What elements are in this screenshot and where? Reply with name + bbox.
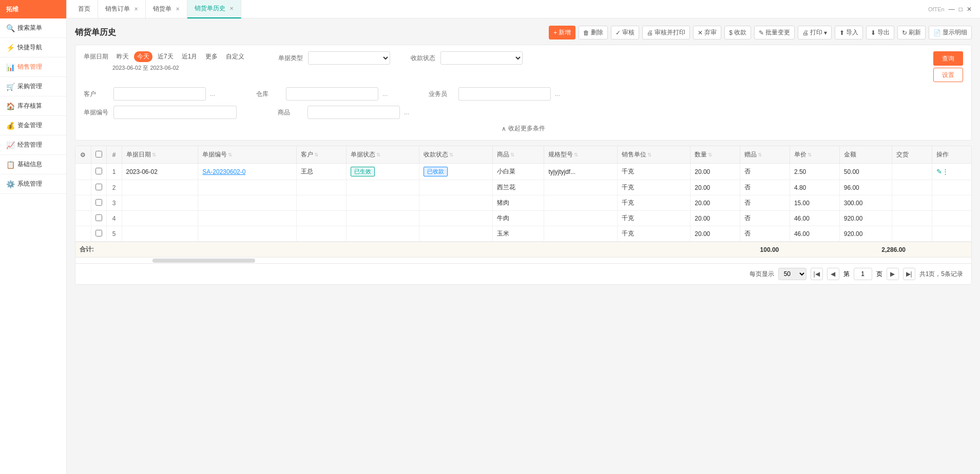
page-size-select[interactable]: 50 20 100 bbox=[778, 268, 806, 280]
tab-close-sales-goods-history[interactable]: ✕ bbox=[229, 6, 234, 11]
batch-change-button[interactable]: ✎ 批量变更 bbox=[754, 26, 795, 40]
tab-sales-goods[interactable]: 销货单 ✕ bbox=[146, 0, 187, 18]
sidebar-item-purchase-mgmt[interactable]: 🛒 采购管理 bbox=[0, 77, 66, 96]
maximize-icon[interactable]: □ bbox=[959, 6, 963, 13]
warehouse-label: 仓库 bbox=[256, 90, 282, 98]
trade-cell bbox=[892, 180, 932, 195]
goods-dots[interactable]: ... bbox=[404, 109, 409, 116]
payment-status-select[interactable] bbox=[440, 51, 523, 65]
table-docstatus-header[interactable]: 单据状态⇅ bbox=[347, 146, 419, 164]
sales-person-input[interactable] bbox=[458, 87, 551, 101]
row-checkbox-0[interactable] bbox=[95, 168, 102, 174]
refresh-button[interactable]: ↻ 刷新 bbox=[897, 26, 926, 40]
sidebar-item-finance-mgmt[interactable]: 💰 资金管理 bbox=[0, 116, 66, 135]
row-checkbox-2[interactable] bbox=[95, 199, 102, 206]
table-paymentstatus-header[interactable]: 收款状态⇅ bbox=[419, 146, 492, 164]
abandon-button[interactable]: ✕ 弃审 bbox=[693, 26, 721, 40]
table-quantity-header[interactable]: 数量⇅ bbox=[690, 146, 740, 164]
goods-input[interactable] bbox=[308, 106, 400, 119]
date-tab-today[interactable]: 今天 bbox=[134, 51, 152, 62]
trend-icon: 📈 bbox=[6, 141, 14, 149]
horizontal-scrollbar[interactable] bbox=[75, 257, 971, 263]
table-date-header[interactable]: 单据日期⇅ bbox=[122, 146, 198, 164]
last-page-button[interactable]: ▶| bbox=[903, 268, 915, 280]
audit-button[interactable]: ✓ 审核 bbox=[611, 26, 639, 40]
select-all-checkbox[interactable] bbox=[95, 151, 102, 157]
table-checkbox-header[interactable] bbox=[91, 146, 106, 164]
sidebar-item-sales-mgmt[interactable]: 📊 销售管理 bbox=[0, 57, 66, 77]
close-window-icon[interactable]: ✕ bbox=[967, 6, 972, 13]
table-docno-header[interactable]: 单据编号⇅ bbox=[198, 146, 297, 164]
goods-cell: 猪肉 bbox=[492, 195, 544, 211]
num-cell: 1 bbox=[106, 164, 122, 180]
customer-dots[interactable]: ... bbox=[210, 90, 215, 97]
unitprice-cell: 2.50 bbox=[790, 164, 839, 180]
next-page-button[interactable]: ▶ bbox=[887, 268, 899, 280]
sidebar-item-system-mgmt[interactable]: ⚙️ 系统管理 bbox=[0, 174, 66, 194]
date-tab-yesterday[interactable]: 昨天 bbox=[113, 51, 132, 62]
more-row-icon[interactable]: ⋮ bbox=[942, 168, 949, 175]
customer-input[interactable] bbox=[113, 87, 206, 101]
table-row: 12023-06-02SA-20230602-0王总已生效已收款小白菜tyjyj… bbox=[75, 164, 971, 180]
date-tab-7days[interactable]: 近7天 bbox=[155, 51, 177, 62]
delete-button[interactable]: 🗑 删除 bbox=[579, 26, 608, 40]
docno-cell bbox=[198, 195, 297, 211]
amount-cell: 50.00 bbox=[839, 164, 892, 180]
tab-close-sales-goods[interactable]: ✕ bbox=[176, 6, 180, 12]
prev-page-button[interactable]: ◀ bbox=[827, 268, 839, 280]
print-button[interactable]: 🖨 打印 ▾ bbox=[798, 26, 832, 40]
table-settings-header[interactable]: ⚙ bbox=[75, 146, 91, 164]
doc-type-select[interactable] bbox=[308, 51, 390, 65]
page-header: 销货单历史 + 新增 🗑 删除 ✓ 审核 🖨 审核并打印 bbox=[75, 26, 972, 40]
table-unitprice-header[interactable]: 单价⇅ bbox=[790, 146, 839, 164]
set-button[interactable]: 设置 bbox=[933, 68, 963, 82]
row-checkbox-3[interactable] bbox=[95, 214, 102, 221]
tab-close-sales-order[interactable]: ✕ bbox=[134, 6, 138, 12]
query-button[interactable]: 查询 bbox=[933, 51, 963, 66]
first-page-button[interactable]: |◀ bbox=[811, 268, 823, 280]
warehouse-input[interactable] bbox=[286, 87, 378, 101]
page-number-input[interactable] bbox=[854, 268, 872, 280]
import-button[interactable]: ⬆ 导入 bbox=[835, 26, 863, 40]
edit-row-icon[interactable]: ✎ bbox=[936, 168, 942, 175]
export-button[interactable]: ⬇ 导出 bbox=[866, 26, 894, 40]
quantity-cell: 20.00 bbox=[690, 180, 740, 195]
row-checkbox-4[interactable] bbox=[95, 230, 102, 236]
table-goods-header[interactable]: 商品⇅ bbox=[492, 146, 544, 164]
sidebar-item-search-menu[interactable]: 🔍 搜索菜单 bbox=[0, 18, 66, 38]
sidebar-item-basic-info[interactable]: 📋 基础信息 bbox=[0, 155, 66, 174]
spectype-cell: tyjyjtyjdf... bbox=[544, 164, 617, 180]
docno-link[interactable]: SA-20230602-0 bbox=[202, 168, 245, 175]
num-cell: 3 bbox=[106, 195, 122, 211]
date-tab-1month[interactable]: 近1月 bbox=[179, 51, 201, 62]
date-tab-custom[interactable]: 自定义 bbox=[223, 51, 247, 62]
table-gift-header[interactable]: 赠品⇅ bbox=[740, 146, 790, 164]
table-customer-header[interactable]: 客户⇅ bbox=[297, 146, 347, 164]
row-checkbox-1[interactable] bbox=[95, 184, 102, 190]
table-header-row: ⚙ # 单据日期⇅ 单据编号⇅ 客户⇅ 单据状态⇅ 收款状态⇅ 商品⇅ 规格型号… bbox=[75, 146, 971, 164]
table-spectype-header[interactable]: 规格型号⇅ bbox=[544, 146, 617, 164]
date-cell bbox=[122, 226, 198, 242]
filter-panel: 单据日期 昨天 今天 近7天 近1月 更多 自定义 2023-06-02 至 2… bbox=[75, 45, 972, 141]
audit-print-button[interactable]: 🖨 审核并打印 bbox=[642, 26, 690, 40]
new-button[interactable]: + 新增 bbox=[549, 26, 575, 40]
table-actions-header: 操作 bbox=[932, 146, 971, 164]
tab-sales-goods-history[interactable]: 销货单历史 ✕ bbox=[187, 0, 241, 18]
collapse-button[interactable]: ∧ 收起更多条件 bbox=[84, 123, 963, 134]
scrollbar-thumb[interactable] bbox=[152, 259, 255, 263]
goods-cell: 西兰花 bbox=[492, 180, 544, 195]
show-detail-button[interactable]: 📄 显示明细 bbox=[929, 26, 972, 40]
collect-button[interactable]: $ 收款 bbox=[724, 26, 751, 40]
warehouse-dots[interactable]: ... bbox=[382, 90, 388, 97]
minimize-icon[interactable]: — bbox=[949, 6, 955, 13]
doc-no-input[interactable] bbox=[113, 106, 237, 119]
sidebar-item-inventory-calc[interactable]: 🏠 库存核算 bbox=[0, 96, 66, 116]
table-salesunit-header[interactable]: 销售单位⇅ bbox=[617, 146, 690, 164]
sidebar-item-operations-mgmt[interactable]: 📈 经营管理 bbox=[0, 135, 66, 155]
tab-sales-order[interactable]: 销售订单 ✕ bbox=[98, 0, 146, 18]
table-amount-header[interactable]: 金额 bbox=[839, 146, 892, 164]
sidebar-item-quick-nav[interactable]: ⚡ 快捷导航 bbox=[0, 38, 66, 57]
sales-person-dots[interactable]: ... bbox=[555, 90, 560, 97]
tab-home[interactable]: 首页 bbox=[71, 0, 98, 18]
date-tab-more[interactable]: 更多 bbox=[202, 51, 221, 62]
